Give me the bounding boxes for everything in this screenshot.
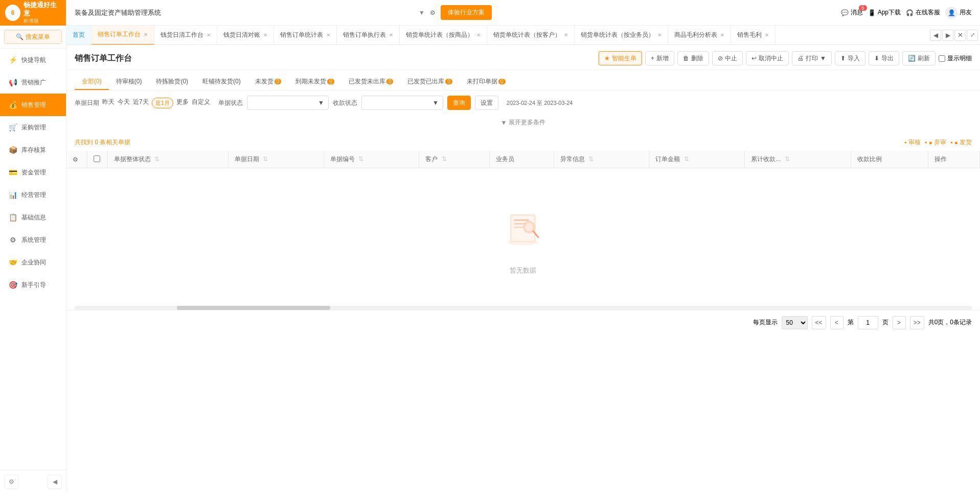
message-button[interactable]: 💬 消息 6 (841, 8, 863, 17)
cancel-stop-button[interactable]: ↩ 取消中止 (746, 51, 789, 65)
col-salesperson-header[interactable]: 业务员 (489, 151, 554, 168)
tabs-scroll-left[interactable]: ◀ (930, 30, 941, 41)
sidebar-item-inventory[interactable]: 📦 库存核算 (0, 139, 66, 161)
tab-close-cash-daily[interactable]: ✕ (207, 32, 211, 38)
refresh-button[interactable]: 🔄 刷新 (902, 51, 936, 65)
tab-close-sales-by-product[interactable]: ✕ (476, 32, 481, 38)
col-customer-header[interactable]: 客户 ⇅ (419, 151, 489, 168)
sub-tab-unshipped[interactable]: 未发货0 (248, 74, 289, 90)
app-download-button[interactable]: 📱 App下载 (868, 8, 901, 17)
tab-sales-stat[interactable]: 销售订单统计表 ✕ (274, 26, 337, 45)
tab-cash-reconcile[interactable]: 钱货日清对账 ✕ (217, 26, 274, 45)
export-button[interactable]: ⬇ 导出 (869, 51, 899, 65)
status-select[interactable]: ▼ (247, 96, 329, 110)
col-received-header[interactable]: 累计收款... ⇅ (745, 151, 851, 168)
smart-create-button[interactable]: ★ 智能生单 (599, 51, 642, 65)
tab-sales-exec[interactable]: 销售订单执行表 ✕ (337, 26, 400, 45)
scroll-thumb[interactable] (177, 306, 330, 310)
search-menu-button[interactable]: 🔍 搜索菜单 (4, 30, 62, 44)
date-opt-today[interactable]: 今天 (118, 98, 130, 108)
filter-settings-button[interactable]: 设置 (475, 96, 498, 110)
tab-sales-workbench[interactable]: 销售订单工作台 ✕ (92, 26, 154, 45)
sidebar-item-sales[interactable]: 💰 销售管理 (0, 94, 66, 116)
sub-tab-shipped-not-out[interactable]: 已发货未出库0 (341, 74, 401, 90)
date-opt-1month[interactable]: 近1月 (152, 98, 173, 108)
topbar-dropdown-arrow[interactable]: ▼ (419, 9, 425, 16)
tabs-close-all[interactable]: ✕ (954, 30, 966, 41)
page-number-input[interactable] (858, 316, 878, 329)
sidebar-item-operations[interactable]: 📊 经营管理 (0, 184, 66, 206)
online-service-button[interactable]: 🎧 在线客服 (906, 8, 940, 17)
tab-cash-daily[interactable]: 钱货日清工作台 ✕ (154, 26, 217, 45)
prev-page-button[interactable]: < (830, 316, 844, 329)
tab-home[interactable]: 首页 (66, 26, 92, 45)
industry-solution-button[interactable]: 体验行业方案 (441, 5, 492, 20)
sidebar-item-purchase[interactable]: 🛒 采购管理 (0, 116, 66, 139)
print-button[interactable]: 🖨 打印 ▼ (792, 51, 832, 65)
col-date-header[interactable]: 单据日期 ⇅ (228, 151, 324, 168)
per-page-select[interactable]: 50 10 20 100 (782, 316, 808, 329)
delete-button[interactable]: 🗑 删除 (677, 51, 709, 65)
tab-profit-analysis[interactable]: 商品毛利分析表 ✕ (668, 26, 731, 45)
sidebar-item-finance[interactable]: 💳 资金管理 (0, 161, 66, 184)
sidebar-item-basic-info[interactable]: 📋 基础信息 (0, 206, 66, 229)
tab-close-sales-workbench[interactable]: ✕ (144, 32, 148, 37)
tab-close-sales-by-customer[interactable]: ✕ (564, 32, 568, 38)
sidebar-item-guide[interactable]: 🎯 新手引导 (0, 274, 66, 296)
tabs-maximize[interactable]: ⤢ (967, 30, 978, 41)
unreviewed-action-button[interactable]: ● 弃审 (925, 138, 946, 147)
payment-select[interactable]: ▼ (361, 96, 443, 110)
sidebar-item-quick-nav[interactable]: ⚡ 快捷导航 (0, 49, 66, 71)
sub-tab-unprinted[interactable]: 未打印单据0 (460, 74, 513, 90)
col-amount-header[interactable]: 订单金额 ⇅ (649, 151, 745, 168)
sub-tab-overdue-unship[interactable]: 到期未发货0 (288, 74, 341, 90)
col-abnormal-header[interactable]: 异常信息 ⇅ (554, 151, 649, 168)
sidebar-item-enterprise[interactable]: 🤝 企业协同 (0, 251, 66, 274)
tab-sales-more[interactable]: 销售毛利 ✕ (731, 26, 776, 45)
sub-tab-shipped-out[interactable]: 已发货已出库0 (400, 74, 460, 90)
sub-tab-all[interactable]: 全部(0) (75, 74, 109, 90)
topbar-gear-icon[interactable]: ⚙ (430, 9, 436, 16)
tab-close-sales-by-staff[interactable]: ✕ (657, 32, 662, 38)
sidebar-collapse-button[interactable]: ◀ (48, 475, 62, 489)
date-opt-more[interactable]: 更多 (176, 98, 189, 108)
sub-tab-wangpu-ship[interactable]: 旺铺待发货(0) (195, 74, 248, 90)
sub-tab-pending-inspect[interactable]: 待拣验货(0) (149, 74, 195, 90)
tab-sales-by-product[interactable]: 销货单统计表（按商品） ✕ (400, 26, 487, 45)
tab-close-cash-reconcile[interactable]: ✕ (263, 32, 267, 38)
expand-filter-button[interactable]: ▼ 展开更多条件 (501, 118, 546, 127)
date-opt-custom[interactable]: 自定义 (192, 98, 210, 108)
ship-action-button[interactable]: ● 发货 (950, 138, 972, 147)
horizontal-scrollbar[interactable] (75, 306, 972, 310)
sidebar-item-system[interactable]: ⚙ 系统管理 (0, 229, 66, 251)
tab-sales-by-customer[interactable]: 销货单统计表（按客户） ✕ (487, 26, 575, 45)
tabs-scroll-right[interactable]: ▶ (942, 30, 953, 41)
table-actions: 审核 ● 弃审 ● 发货 (904, 138, 972, 147)
sidebar-item-marketing[interactable]: 📢 营销推广 (0, 71, 66, 94)
import-button[interactable]: ⬆ 导入 (835, 51, 865, 65)
last-page-button[interactable]: >> (910, 316, 924, 329)
sort-received-icon: ⇅ (785, 155, 790, 163)
select-all-checkbox[interactable] (94, 155, 100, 162)
tab-close-sales-more[interactable]: ✕ (765, 32, 769, 38)
settings-col-icon[interactable]: ⚙ (73, 156, 78, 163)
sub-tab-pending-review[interactable]: 待审核(0) (109, 74, 149, 90)
sidebar-settings-button[interactable]: ⚙ (4, 475, 18, 489)
col-number-header[interactable]: 单据编号 ⇅ (324, 151, 419, 168)
show-detail-label[interactable]: 显示明细 (939, 54, 972, 63)
tab-close-sales-stat[interactable]: ✕ (326, 32, 330, 38)
first-page-button[interactable]: << (812, 316, 826, 329)
add-button[interactable]: + 新增 (645, 51, 674, 65)
date-opt-7days[interactable]: 近7天 (133, 98, 149, 108)
review-action-button[interactable]: 审核 (904, 138, 921, 147)
next-page-button[interactable]: > (893, 316, 906, 329)
col-status-header[interactable]: 单据整体状态 ⇅ (107, 151, 228, 168)
show-detail-checkbox[interactable] (939, 55, 945, 62)
query-button[interactable]: 查询 (447, 96, 471, 110)
date-opt-yesterday[interactable]: 昨天 (102, 98, 115, 108)
tab-close-profit-analysis[interactable]: ✕ (720, 32, 724, 38)
tab-close-sales-exec[interactable]: ✕ (389, 32, 393, 38)
stop-button[interactable]: ⊘ 中止 (712, 51, 743, 65)
tab-sales-by-staff[interactable]: 销货单统计表（按业务员） ✕ (575, 26, 668, 45)
user-menu-button[interactable]: 👤 用友 (945, 7, 972, 19)
